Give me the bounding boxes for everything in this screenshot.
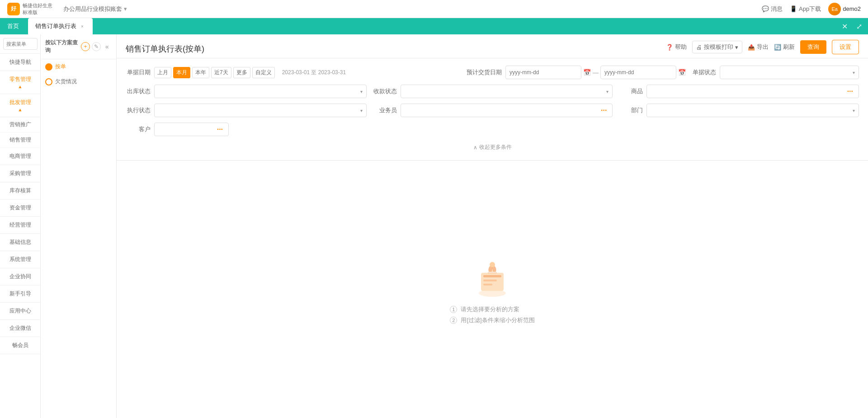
sidebar-quick-nav-label: 快捷导航 [9,58,31,66]
window-close-button[interactable]: ✕ [839,21,850,32]
sidebar-item-quick-nav[interactable]: 快捷导航 [0,54,40,71]
message-icon: 💬 [762,5,769,12]
refresh-button[interactable]: 🔄 刷新 [774,43,795,51]
scheme-edit-button[interactable]: ✎ [92,42,101,51]
date-separator: — [593,69,599,76]
top-header: 好 畅捷信好生意 标准版 办公用品行业模拟账套 ▾ 💬 消息 📱 App下载 E… [0,0,868,18]
scheme-item-1[interactable]: 欠货情况 [41,74,116,89]
sidebar-item-marketing[interactable]: 营销推广 [0,117,40,133]
expected-date-to-input[interactable] [600,66,676,79]
sidebar-item-fund[interactable]: 资金管理 [0,200,40,217]
sidebar-item-purchase[interactable]: 采购管理 [0,165,40,182]
app-download-action[interactable]: 📱 App下载 [790,5,821,13]
goods-input[interactable]: ··· [646,85,859,98]
sidebar-item-basic-info[interactable]: 基础信息 [0,234,40,251]
empty-tip-1: 1 请先选择要分析的方案 [450,305,534,314]
recv-status-select[interactable]: ▾ [401,85,613,98]
out-status-select[interactable]: ▾ [154,85,367,98]
tip-num-1: 1 [450,306,457,313]
goods-dots-btn[interactable]: ··· [845,87,855,95]
salesman-input[interactable]: ··· [401,104,613,117]
date-7days-btn[interactable]: 近7天 [211,67,231,78]
sidebar: 快捷导航 零售管理 ▲ 批发管理 ▲ 营销推广 销售管理 电商管理 采购管理 库… [0,34,41,418]
sidebar-item-ecommerce[interactable]: 电商管理 [0,148,40,165]
date-custom-btn[interactable]: 自定义 [252,67,275,78]
sidebar-item-newuser[interactable]: 新手引导 [0,285,40,303]
customer-dots-btn[interactable]: ··· [215,125,225,133]
breadcrumb[interactable]: 办公用品行业模拟账套 ▾ [63,5,127,13]
filter-recv-status-item: 收款状态 ▾ [372,85,613,98]
filter-expected-date-item: 预计交货日期 📅 — 📅 [467,66,686,79]
filter-row-3: 执行状态 ▾ 业务员 ··· [126,104,859,117]
user-area[interactable]: Ea demo2 [828,3,861,15]
date-more-btn[interactable]: 更多 [233,67,250,78]
exec-status-select[interactable]: ▾ [154,104,367,117]
print-dropdown-icon: ▾ [735,44,738,51]
page-title: 销售订单执行表(按单) [126,43,204,54]
dept-arrow: ▾ [853,108,855,113]
scheme-add-button[interactable]: + [81,42,90,51]
collapse-button[interactable]: ∧ 收起更多条件 [126,142,859,153]
export-icon: 📤 [748,44,755,51]
svg-rect-3 [483,280,497,281]
expected-date-from-input[interactable] [505,66,581,79]
expected-date-label: 预计交货日期 [467,68,502,76]
filter-row-4: 客户 ··· [126,123,859,136]
dept-label: 部门 [618,106,643,114]
sidebar-item-sales[interactable]: 销售管理 [0,133,40,148]
date-from-cal-icon[interactable]: 📅 [583,69,591,76]
salesman-dots-btn[interactable]: ··· [599,106,609,114]
scheme-panel: 按以下方案查询 + ✎ « ● 按单 欠货情况 [41,34,117,418]
app-download-icon: 📱 [790,5,797,12]
scheme-collapse-button[interactable]: « [103,42,112,51]
sidebar-item-ent-wechat[interactable]: 企业微信 [0,320,40,337]
main-layout: 快捷导航 零售管理 ▲ 批发管理 ▲ 营销推广 销售管理 电商管理 采购管理 库… [0,34,868,418]
user-avatar: Ea [828,3,841,15]
sidebar-item-wholesale[interactable]: 批发管理 ▲ [0,94,40,117]
query-button[interactable]: 查询 [800,40,826,54]
nav-tabs: 首页 销售订单执行表 × ✕ ⤢ [0,18,868,34]
out-status-arrow: ▾ [360,89,363,94]
filter-date-item: 单据日期 上月 本月 本年 近7天 更多 自定义 2023-03-01 至 20… [126,67,461,78]
customer-input[interactable]: ··· [154,123,229,136]
date-to-cal-icon[interactable]: 📅 [678,69,686,76]
svg-rect-4 [483,284,492,285]
sidebar-item-retail[interactable]: 零售管理 ▲ [0,71,40,94]
print-button[interactable]: 🖨 按模板打印 ▾ [692,41,742,53]
filter-customer-item: 客户 ··· [126,123,229,136]
sidebar-item-vip[interactable]: 畅会员 [0,337,40,354]
sidebar-item-system[interactable]: 系统管理 [0,251,40,268]
exec-status-arrow: ▾ [360,108,363,113]
date-prev-month-btn[interactable]: 上月 [154,67,171,78]
recv-status-label: 收款状态 [372,87,397,95]
app-download-label: App下载 [799,5,821,13]
main-content: 销售订单执行表(按单) ❓ 帮助 🖨 按模板打印 ▾ 📤 导出 [117,34,868,418]
breadcrumb-dropdown-icon[interactable]: ▾ [124,5,127,12]
sidebar-item-enterprise[interactable]: 企业协同 [0,268,40,285]
sidebar-item-inventory[interactable]: 库存核算 [0,182,40,200]
message-action[interactable]: 💬 消息 [762,5,783,13]
scheme-panel-icons: + ✎ « [81,42,112,51]
date-curr-month-btn[interactable]: 本月 [173,67,190,78]
sidebar-search-input[interactable] [3,38,38,50]
expected-date-range: 📅 — 📅 [505,66,686,79]
tab-close-button[interactable]: × [79,23,85,29]
tab-home[interactable]: 首页 [0,18,26,34]
empty-illustration [470,255,515,300]
collapse-label: 收起更多条件 [479,143,512,151]
header-left: 好 畅捷信好生意 标准版 办公用品行业模拟账套 ▾ [7,2,127,15]
sidebar-item-operation[interactable]: 经营管理 [0,217,40,234]
help-button[interactable]: ❓ 帮助 [666,43,687,51]
wholesale-expand-icon: ▲ [18,107,23,112]
tab-sales-order[interactable]: 销售订单执行表 × [28,18,93,34]
scheme-item-0[interactable]: ● 按单 [41,59,116,74]
dept-select[interactable]: ▾ [646,104,859,117]
settings-button[interactable]: 设置 [832,40,859,54]
export-button[interactable]: 📤 导出 [748,43,769,51]
date-year-btn[interactable]: 本年 [192,67,209,78]
sidebar-item-appcenter[interactable]: 应用中心 [0,303,40,320]
window-expand-button[interactable]: ⤢ [854,21,864,32]
doc-status-select[interactable]: ▾ [720,66,859,79]
salesman-label: 业务员 [372,106,397,114]
svg-rect-2 [483,275,501,277]
